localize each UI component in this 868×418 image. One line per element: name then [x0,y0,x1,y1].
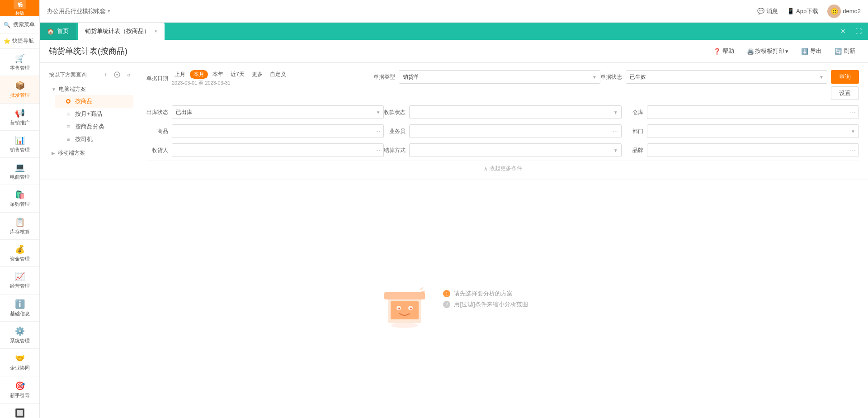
date-quick-btn-2[interactable]: 本年 [210,70,226,79]
sidebar-icon-3: 📊 [15,135,25,145]
tip-num-2: 2 [443,301,450,308]
mobile-group-header[interactable]: ▶ 移动端方案 [49,147,133,159]
workspace-dropdown-icon: ▾ [108,8,110,14]
date-range-display: 2023-03-01 至 2023-03-31 [172,80,373,86]
workspace-title[interactable]: 办公用品行业模拟账套 ▾ [47,7,110,15]
sub-scheme-item-0[interactable]: ≡ 按月+商品 [55,108,133,120]
page-content: 销货单统计表(按商品) ❓ 帮助 🖨️ 按模板打印 ▾ ⬇️ 导出 🔄 刷新 [40,40,868,418]
sidebar-item-12[interactable]: 🎯 新手引导 [0,376,39,404]
sidebar-item-1[interactable]: 📦 批发管理 [0,76,39,103]
date-quick-btn-3[interactable]: 近7天 [228,70,247,79]
sidebar-icon-8: 📈 [15,271,25,281]
sub-scheme-item-1[interactable]: ≡ 按商品分类 [55,120,133,133]
doc-type-select[interactable]: 销货单 [399,70,600,84]
collapse-scheme-icon[interactable]: « [124,70,133,79]
mobile-scheme-group: ▶ 移动端方案 [49,147,133,159]
pc-group-header[interactable]: ▼ 电脑端方案 [49,84,133,95]
sidebar-item-6[interactable]: 📋 库存核算 [0,213,39,240]
empty-tip-1: 1 请先选择要分析的方案 [443,290,513,298]
scheme-item-by-product[interactable]: 按商品 [55,95,133,108]
salesperson-input[interactable] [409,124,621,138]
message-action[interactable]: 💬 消息 [757,7,778,15]
topbar: 办公用品行业模拟账套 ▾ 💬 消息 📱 App下载 🙂 demo2 [40,0,868,23]
tab-home[interactable]: 🏠 首页 [40,23,76,40]
sidebar-label-12: 新手引导 [10,392,30,399]
app-download-action[interactable]: 📱 App下载 [787,7,818,15]
svg-rect-9 [384,292,425,299]
search-icon: 🔍 [4,22,10,28]
sidebar-item-3[interactable]: 📊 销售管理 [0,131,39,158]
out-status-select[interactable]: 已出库 [172,105,384,119]
sidebar-item-2[interactable]: 📢 营销推广 [0,104,39,131]
sidebar-item-10[interactable]: ⚙️ 系统管理 [0,322,39,349]
logo[interactable]: 畅 标版 [0,0,39,16]
sidebar-icon-4: 💻 [15,162,25,172]
out-status-control: 已出库 ▼ [172,105,384,119]
tab-close-icon[interactable]: × [154,28,157,34]
recipient-input[interactable] [172,143,384,157]
collapse-arrow-icon: ∧ [484,166,488,172]
sidebar-icon-11: 🤝 [15,353,25,363]
sidebar-icon-2: 📢 [15,108,25,118]
settings-button[interactable]: 设置 [831,86,859,100]
date-quick-btn-4[interactable]: 更多 [249,70,265,79]
salesperson-dots[interactable]: ··· [613,128,618,135]
maximize-window-icon[interactable]: ⛶ [853,25,864,37]
tab-active[interactable]: 销货单统计表（按商品） × [78,23,165,40]
sub-scheme-item-2[interactable]: ≡ 按司机 [55,133,133,146]
sidebar-item-13[interactable]: 🔲 应用中心 [0,404,39,418]
sidebar-icon-0: 🛒 [15,53,25,63]
sidebar-item-5[interactable]: 🛍️ 采购管理 [0,185,39,212]
quick-nav-item[interactable]: ⭐ 快捷导航 [0,33,39,49]
edit-scheme-icon[interactable] [113,70,122,79]
query-button[interactable]: 查询 [831,70,859,84]
home-icon: 🏠 [47,28,54,35]
collapse-button[interactable]: ∧ 收起更多条件 [484,165,522,172]
user-action[interactable]: 🙂 demo2 [827,5,861,18]
scheme-panel: 按以下方案查询 + « ▼ 电脑端方案 [49,70,139,176]
sidebar-item-0[interactable]: 🛒 零售管理 [0,49,39,76]
svg-point-14 [410,308,412,309]
svg-rect-10 [391,301,419,319]
refresh-btn[interactable]: 🔄 刷新 [831,45,859,57]
brand-input[interactable] [647,143,859,157]
warehouse-input[interactable] [647,105,859,119]
date-quick-btn-0[interactable]: 上月 [172,70,188,79]
search-menu-item[interactable]: 🔍 搜索菜单 [0,16,39,33]
sidebar-label-11: 企业协同 [10,365,30,371]
sub-scheme-label-2: 按司机 [75,135,93,143]
sidebar-item-7[interactable]: 💰 资金管理 [0,240,39,267]
dept-select[interactable] [647,124,859,138]
receipt-status-select[interactable] [409,105,621,119]
recipient-dots[interactable]: ··· [375,147,381,154]
warehouse-dots[interactable]: ··· [850,109,855,116]
goods-dots[interactable]: ··· [375,128,381,135]
doc-type-label: 单据类型 [373,73,399,81]
sidebar-icon-1: 📦 [15,81,25,90]
date-label: 单据日期 [146,75,172,82]
help-btn[interactable]: ❓ 帮助 [710,45,738,57]
refresh-icon: 🔄 [835,48,842,55]
sidebar-label-2: 营销推广 [10,119,30,126]
svg-point-7 [391,323,418,328]
sidebar-item-11[interactable]: 🤝 企业协同 [0,349,39,376]
sidebar-icon-10: ⚙️ [15,326,25,336]
goods-input[interactable] [172,124,384,138]
add-scheme-icon[interactable]: + [101,70,110,79]
sidebar-item-9[interactable]: ℹ️ 基础信息 [0,294,39,322]
sidebar-item-4[interactable]: 💻 电商管理 [0,158,39,185]
brand-dots[interactable]: ··· [850,147,855,154]
svg-text:畅: 畅 [17,2,22,7]
payment-select[interactable] [409,143,621,157]
sidebar-item-8[interactable]: 📈 经营管理 [0,267,39,294]
export-btn[interactable]: ⬇️ 导出 [797,45,826,57]
date-quick-btn-1[interactable]: 本月 [190,70,208,79]
scheme-panel-header: 按以下方案查询 + « [49,70,133,79]
close-window-icon[interactable]: ✕ [837,25,849,37]
date-quick-btn-5[interactable]: 自定义 [267,70,289,79]
doc-status-select[interactable]: 已生效 [626,70,827,84]
print-btn[interactable]: 🖨️ 按模板打印 ▾ [743,45,792,57]
warehouse-field: 仓库 ··· [622,105,859,119]
sidebar-icon-9: ℹ️ [15,299,25,309]
sub-scheme-icon-1: ≡ [64,123,72,131]
